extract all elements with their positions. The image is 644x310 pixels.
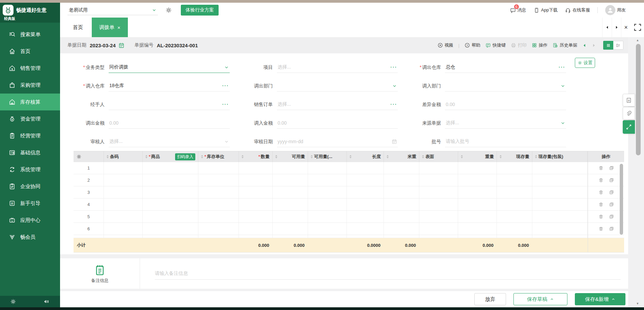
close-tab-icon[interactable]: × — [117, 25, 120, 30]
sidebar-item-2[interactable]: $销售管理 — [0, 60, 60, 77]
cell-stock[interactable] — [497, 162, 532, 174]
column-header-row[interactable] — [74, 151, 104, 162]
sidebar-item-6[interactable]: 经营管理 — [0, 127, 60, 144]
cell-stock_pkg[interactable] — [532, 162, 588, 174]
chevron-down-icon[interactable] — [224, 65, 229, 70]
sort-arrows-icon[interactable] — [107, 155, 109, 158]
field-input-调入金额[interactable]: 0.00 — [277, 118, 398, 129]
field-input-调入部门[interactable] — [445, 81, 566, 92]
delete-row-icon[interactable] — [598, 165, 604, 171]
chevron-down-icon[interactable] — [392, 83, 397, 88]
cell-available[interactable] — [273, 162, 308, 174]
sidebar-item-10[interactable]: 新新手引导 — [0, 195, 60, 212]
cell-stock_pkg[interactable] — [532, 174, 588, 186]
cell-meter_weight[interactable] — [384, 199, 419, 210]
delete-row-icon[interactable] — [598, 214, 604, 219]
sidebar-item-11[interactable]: 应用中心 — [0, 212, 60, 229]
user-menu[interactable]: 用友 — [605, 5, 626, 15]
cell-unit[interactable] — [198, 174, 239, 186]
sort-arrows-icon[interactable] — [145, 155, 147, 158]
cell-unit[interactable] — [198, 186, 239, 198]
cell-barcode[interactable] — [104, 211, 143, 223]
cell-weight[interactable] — [458, 186, 497, 198]
cell-available_pkg[interactable] — [308, 223, 347, 235]
cell-product[interactable] — [143, 186, 198, 198]
sort-arrows-icon[interactable] — [461, 155, 463, 158]
more-options-icon[interactable]: ··· — [559, 65, 565, 70]
sort-arrows-icon[interactable] — [500, 155, 502, 158]
cell-unit[interactable] — [198, 211, 239, 223]
field-input-销售订单[interactable]: 选择...··· — [277, 99, 398, 110]
cell-weight[interactable] — [458, 174, 497, 186]
cell-length[interactable] — [347, 211, 384, 223]
cell-meter_weight[interactable] — [384, 186, 419, 198]
sort-arrows-icon[interactable] — [422, 155, 424, 158]
chevron-down-icon[interactable] — [560, 121, 565, 126]
cell-stock[interactable] — [497, 199, 532, 210]
column-header-weight[interactable]: 重量 — [458, 151, 497, 162]
cell-meter_weight[interactable] — [384, 211, 419, 223]
cell-stock_pkg[interactable] — [532, 186, 588, 198]
copy-row-icon[interactable] — [609, 178, 614, 183]
sidebar-settings-gear-icon[interactable] — [10, 299, 16, 305]
cell-available[interactable] — [273, 186, 308, 198]
cell-available_pkg[interactable] — [308, 186, 347, 198]
cell-length[interactable] — [347, 199, 384, 210]
cell-meter_weight[interactable] — [384, 174, 419, 186]
scroll-down-arrow[interactable]: ▼ — [635, 302, 640, 305]
shortcut-keys-button[interactable]: 快捷键 — [485, 42, 506, 48]
save-and-new-button[interactable]: 保存&新增 — [575, 293, 625, 305]
cell-barcode[interactable] — [104, 174, 143, 186]
column-header-unit[interactable]: *库存单位 — [198, 151, 239, 162]
sidebar-item-8[interactable]: 系统管理 — [0, 161, 60, 178]
cell-weight[interactable] — [458, 199, 497, 210]
account-select[interactable]: 老易试用 — [67, 5, 158, 15]
cell-stock[interactable] — [497, 211, 532, 223]
cell-surface[interactable] — [419, 162, 458, 174]
cell-stock_pkg[interactable] — [532, 223, 588, 235]
sort-arrows-icon[interactable] — [535, 155, 537, 158]
delete-row-icon[interactable] — [598, 202, 604, 207]
field-input-审核日期[interactable]: yyyy-mm-dd — [277, 136, 398, 147]
video-button[interactable]: 视频 — [438, 42, 453, 48]
cell-length[interactable] — [347, 223, 384, 235]
cell-barcode[interactable] — [104, 162, 143, 174]
operations-button[interactable]: 操作 — [532, 42, 548, 48]
warehouse-settings-button[interactable]: 设置 — [575, 58, 595, 68]
sort-arrows-icon[interactable] — [387, 155, 389, 158]
chevron-down-icon[interactable] — [224, 139, 229, 144]
cell-surface[interactable] — [419, 223, 458, 235]
sidebar-item-1[interactable]: 首页 — [0, 43, 60, 60]
cell-qty[interactable] — [239, 174, 273, 186]
field-input-业务类型[interactable]: 同价调拨 — [109, 62, 230, 73]
cell-barcode[interactable] — [104, 199, 143, 210]
column-header-barcode[interactable]: 条码 — [104, 151, 143, 162]
column-header-stock[interactable]: 现存量 — [497, 151, 532, 162]
cell-available_pkg[interactable] — [308, 211, 347, 223]
more-options-icon[interactable]: ··· — [222, 83, 229, 88]
chevron-down-icon[interactable] — [560, 83, 565, 88]
tab-scroll-right-button[interactable] — [612, 18, 621, 37]
field-input-审核人[interactable]: 选择... — [109, 136, 230, 147]
field-input-批号[interactable]: 请输入批号 — [445, 136, 566, 147]
cell-product[interactable] — [143, 199, 198, 210]
cell-available[interactable] — [273, 199, 308, 210]
cell-meter_weight[interactable] — [384, 223, 419, 235]
column-header-stock_pkg[interactable]: 现存量(包装) — [532, 151, 588, 162]
sort-arrows-icon[interactable] — [242, 155, 244, 158]
cell-product[interactable] — [143, 162, 198, 174]
print-button[interactable]: 打印 — [511, 42, 527, 48]
delete-row-icon[interactable] — [598, 178, 604, 183]
help-button[interactable]: ?帮助 — [465, 42, 480, 48]
sort-arrows-icon[interactable] — [311, 155, 313, 158]
sidebar-item-3[interactable]: 采购管理 — [0, 77, 60, 94]
prev-doc-icon[interactable] — [582, 43, 587, 48]
list-view-button[interactable] — [603, 41, 613, 50]
header-settings-gear-icon[interactable] — [165, 7, 172, 14]
doc-date-value[interactable]: 2023-03-24 — [90, 43, 116, 48]
field-input-来源单据[interactable]: 选择... — [445, 118, 566, 129]
cell-product[interactable] — [143, 174, 198, 186]
column-header-meter_weight[interactable]: 米重 — [384, 151, 419, 162]
collapse-sidebar-icon[interactable] — [43, 299, 49, 305]
cell-unit[interactable] — [198, 199, 239, 210]
